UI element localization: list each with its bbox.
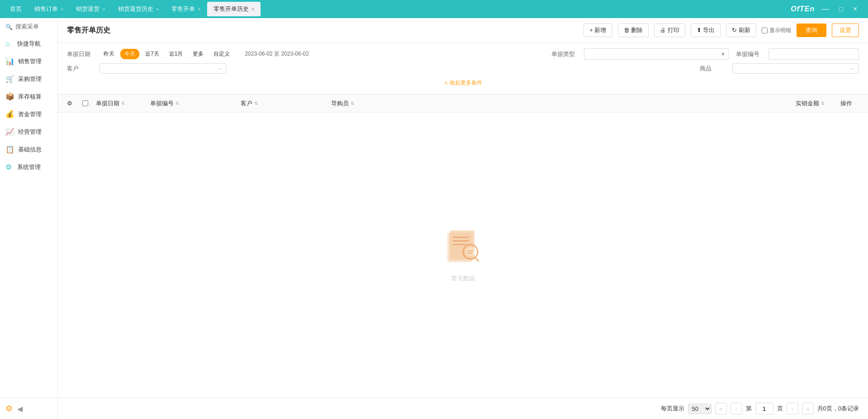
window-close-btn[interactable]: × — [850, 5, 860, 13]
finance-icon: 💰 — [5, 110, 14, 118]
th-check[interactable] — [78, 100, 92, 106]
tab-retail-open-history-close[interactable]: × — [251, 6, 254, 12]
goods-filter-label: 商品 — [700, 65, 725, 73]
first-page-btn[interactable]: « — [715, 403, 727, 414]
th-date[interactable]: 单据日期 ⇅ — [92, 99, 147, 108]
table-setting-icon[interactable]: ⚙ — [67, 100, 72, 107]
display-detail-checkbox[interactable]: 显示明细 — [762, 27, 791, 34]
sidebar-search[interactable]: 🔍 搜索采单 — [0, 18, 57, 35]
pagination: 每页显示 50 10 20 100 « ‹ 第 页 › » 共0页，0条记录 — [58, 398, 868, 419]
empty-text: 暂无数据 — [451, 274, 475, 282]
tab-sales-return-history-close[interactable]: × — [156, 6, 159, 12]
type-select-dropdown-icon: ▾ — [721, 51, 725, 57]
sidebar-item-finance[interactable]: 💰 资金管理 — [0, 105, 57, 123]
sidebar-item-inventory-label: 库存核算 — [18, 93, 42, 101]
collapse-filter-label: ∧ 收起更多条件 — [444, 79, 482, 87]
tab-retail-open-history-label: 零售开单历史 — [213, 5, 249, 13]
th-amount[interactable]: 实销金额 ⇅ — [382, 99, 828, 108]
tab-retail-open-history[interactable]: 零售开单历史 × — [207, 2, 261, 16]
filter-area: 单据日期 昨天 今天 近7天 近1月 更多 自定义 2023-06-02 至 2… — [58, 43, 868, 94]
search-icon: 🔍 — [5, 24, 13, 30]
goods-dots[interactable]: ··· — [850, 65, 855, 72]
page-input[interactable] — [755, 403, 773, 414]
settings-icon[interactable]: ⚙ — [5, 404, 13, 414]
th-guide-label: 导购员 — [331, 99, 349, 108]
tab-retail-open-close[interactable]: × — [198, 6, 200, 12]
print-button[interactable]: 🖨 打印 — [654, 24, 685, 37]
sidebar-item-basic[interactable]: 📋 基础信息 — [0, 141, 57, 158]
svg-line-7 — [475, 257, 479, 261]
date-btn-1month[interactable]: 近1月 — [165, 49, 187, 59]
sidebar-item-inventory[interactable]: 📦 库存核算 — [0, 88, 57, 105]
goods-input-placeholder — [736, 65, 848, 72]
date-range-display: 2023-06-02 至 2023-06-02 — [245, 50, 308, 58]
type-filter-select[interactable]: ▾ — [584, 48, 729, 60]
date-btn-7days[interactable]: 近7天 — [141, 49, 163, 59]
number-filter-input[interactable] — [768, 48, 859, 60]
sales-icon: 📊 — [5, 57, 14, 66]
refresh-button[interactable]: ↻ 刷新 — [726, 24, 756, 37]
th-no[interactable]: 单据编号 ⇅ — [147, 99, 237, 108]
tab-home[interactable]: 首页 — [4, 2, 28, 16]
customer-dots[interactable]: ··· — [217, 65, 222, 72]
display-detail-input[interactable] — [762, 28, 768, 33]
sidebar-item-purchase[interactable]: 🛒 采购管理 — [0, 70, 57, 88]
sidebar: 🔍 搜索采单 ⌂ 快捷导航 📊 销售管理 🛒 采购管理 📦 库存核算 💰 资金管… — [0, 18, 58, 419]
customer-input-placeholder — [104, 65, 215, 72]
collapse-sidebar-icon[interactable]: ◀ — [17, 405, 23, 413]
add-button[interactable]: + 新增 — [583, 24, 612, 37]
tab-retail-open[interactable]: 零售开单 × — [165, 2, 207, 16]
setting-button[interactable]: 设置 — [832, 24, 859, 37]
sidebar-item-finance-label: 资金管理 — [18, 110, 42, 118]
th-customer[interactable]: 客户 ⇅ — [237, 99, 327, 108]
query-button[interactable]: 查询 — [797, 24, 826, 37]
customer-filter-label: 客户 — [67, 65, 92, 73]
page-header: 零售开单历史 + 新增 🗑 删除 🖨 打印 ⬆ 导出 ↻ 刷新 显示明细 查询 … — [58, 18, 868, 43]
sidebar-item-quick-nav[interactable]: ⌂ 快捷导航 — [0, 35, 57, 52]
delete-button[interactable]: 🗑 删除 — [618, 24, 649, 37]
main-layout: 🔍 搜索采单 ⌂ 快捷导航 📊 销售管理 🛒 采购管理 📦 库存核算 💰 资金管… — [0, 18, 868, 419]
date-btn-more[interactable]: 更多 — [189, 49, 208, 59]
sidebar-item-purchase-label: 采购管理 — [18, 75, 42, 83]
date-btn-custom[interactable]: 自定义 — [209, 49, 234, 59]
sidebar-item-operation[interactable]: 📈 经营管理 — [0, 123, 57, 141]
tab-sales-order[interactable]: 销售订单 × — [28, 2, 70, 16]
purchase-icon: 🛒 — [5, 75, 14, 83]
prev-page-btn[interactable]: ‹ — [730, 403, 742, 414]
number-filter-label: 单据编号 — [736, 50, 761, 58]
tab-sales-return-close[interactable]: × — [102, 6, 105, 12]
customer-filter-input[interactable]: ··· — [100, 63, 226, 74]
goods-filter-input[interactable]: ··· — [732, 63, 859, 74]
tab-sales-return[interactable]: 销货退货 × — [70, 2, 111, 16]
sidebar-item-sales[interactable]: 📊 销售管理 — [0, 52, 57, 70]
tab-sales-return-label: 销货退货 — [76, 5, 100, 13]
th-no-label: 单据编号 — [150, 99, 174, 108]
th-guide[interactable]: 导购员 ⇅ — [327, 99, 382, 108]
last-page-btn[interactable]: » — [802, 403, 814, 414]
empty-state: 暂无数据 — [58, 113, 868, 398]
th-action-label: 操作 — [840, 99, 852, 108]
sidebar-item-basic-label: 基础信息 — [18, 146, 42, 154]
select-all-checkbox[interactable] — [82, 100, 88, 106]
sidebar-bottom: ⚙ ◀ — [0, 398, 57, 419]
tab-sales-order-label: 销售订单 — [34, 5, 58, 13]
date-btn-today[interactable]: 今天 — [120, 49, 139, 59]
inventory-icon: 📦 — [5, 92, 14, 101]
per-page-select[interactable]: 50 10 20 100 — [688, 404, 711, 414]
window-max-btn[interactable]: □ — [836, 5, 845, 13]
sidebar-item-operation-label: 经营管理 — [18, 128, 42, 136]
th-amount-label: 实销金额 — [796, 99, 819, 108]
sidebar-item-system[interactable]: ⚙ 系统管理 — [0, 158, 57, 176]
th-amount-sort-icon: ⇅ — [821, 101, 825, 106]
content-area: 零售开单历史 + 新增 🗑 删除 🖨 打印 ⬆ 导出 ↻ 刷新 显示明细 查询 … — [58, 18, 868, 419]
window-min-btn[interactable]: — — [819, 5, 832, 13]
sidebar-item-sales-label: 销售管理 — [18, 57, 42, 66]
tab-sales-return-history[interactable]: 销货退货历史 × — [112, 2, 165, 16]
tab-sales-order-close[interactable]: × — [61, 6, 63, 12]
date-btn-yesterday[interactable]: 昨天 — [100, 49, 119, 59]
collapse-filter-btn[interactable]: ∧ 收起更多条件 — [67, 77, 859, 89]
th-setting[interactable]: ⚙ — [62, 100, 78, 107]
export-button[interactable]: ⬆ 导出 — [691, 24, 721, 37]
next-page-btn[interactable]: › — [787, 403, 798, 414]
th-customer-label: 客户 — [241, 99, 252, 108]
